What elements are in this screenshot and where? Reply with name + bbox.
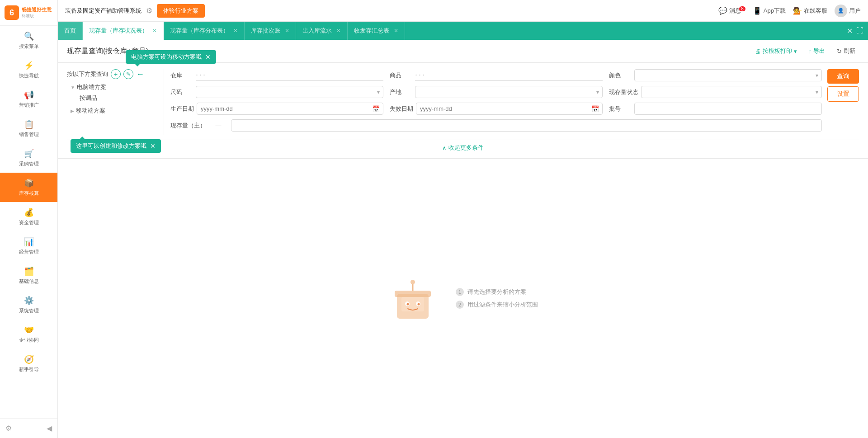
tab-batch-account[interactable]: 库存批次账 ✕ (245, 22, 296, 40)
sidebar-item-quick[interactable]: ⚡ 快捷导航 (0, 55, 57, 85)
sidebar-item-operation[interactable]: 📊 经营管理 (0, 231, 57, 261)
tab-home[interactable]: 首页 (58, 22, 83, 40)
empty-svg (388, 273, 438, 323)
set-button[interactable]: 设置 (827, 86, 859, 102)
svg-rect-2 (401, 297, 424, 311)
tab-batch-account-label: 库存批次账 (251, 27, 280, 35)
notification-badge: 8 (739, 6, 745, 11)
refresh-button[interactable]: ↻ 刷新 (833, 45, 859, 57)
tab-inventory-dist[interactable]: 现存量（库存分布表） ✕ (164, 22, 245, 40)
tooltip1-close[interactable]: ✕ (205, 53, 211, 61)
tab-in-out-flow-label: 出入库流水 (302, 27, 332, 35)
expiry-date-label: 失效日期 (390, 105, 413, 113)
production-date-input[interactable] (197, 103, 383, 115)
tab-batch-account-close[interactable]: ✕ (285, 28, 289, 34)
purchase-icon: 🛒 (24, 149, 34, 159)
refresh-icon: ↻ (837, 48, 842, 55)
user-action[interactable]: 👤 用户 (835, 5, 861, 17)
tab-in-out-flow[interactable]: 出入库流水 ✕ (296, 22, 348, 40)
logo-text: 畅捷通好生意 标准版 (22, 6, 52, 19)
tab-inventory-dist-label: 现存量（库存分布表） (170, 27, 229, 35)
sidebar-item-marketing[interactable]: 📢 营销推广 (0, 85, 57, 114)
origin-select[interactable] (415, 86, 603, 98)
logo-icon: 6 (5, 5, 19, 20)
color-select[interactable] (634, 69, 822, 81)
action-buttons: 查询 设置 (822, 69, 859, 102)
page-area: 现存量查询(按仓库+商品) 🖨 按模板打印 ▾ ↑ 导出 ↻ 刷新 (58, 40, 868, 438)
scheme-pc-group[interactable]: ▼ 电脑端方案 (69, 82, 157, 93)
sidebar-item-search[interactable]: 🔍 搜索菜单 (0, 26, 57, 55)
scheme-mobile-group[interactable]: ▶ 移动端方案 (69, 105, 157, 116)
tab-inventory-status[interactable]: 现存量（库存状况表） ✕ (83, 22, 164, 40)
stock-main-input[interactable] (231, 119, 822, 132)
print-button[interactable]: 🖨 按模板打印 ▾ (751, 45, 801, 57)
empty-illustration (388, 273, 438, 323)
online-support-action[interactable]: 💁 在线客服 (793, 6, 827, 15)
production-date-field: 生产日期 📅 (170, 103, 383, 115)
sidebar-item-sales[interactable]: 📋 销售管理 (0, 114, 57, 143)
notification-action[interactable]: 💬 消息 8 (718, 6, 745, 15)
stock-status-field: 现存量状态 (609, 86, 822, 98)
collapse-row: ∧ 收起更多条件 (67, 140, 859, 152)
header-left: 装备及固定资产辅助管理系统 ⚙ 体验行业方案 (65, 4, 205, 18)
filter-area: 按以下方案查询 + ✎ ← ▼ 电脑端方案 按调品 (58, 63, 868, 159)
stock-status-label: 现存量状态 (609, 88, 638, 96)
app-download-action[interactable]: 📱 App下载 (753, 6, 786, 15)
scheme-pc-item-1[interactable]: 按调品 (69, 93, 157, 104)
inventory-icon: 📦 (24, 178, 34, 188)
arrow-left-icon[interactable]: ← (136, 70, 144, 79)
top-header: 装备及固定资产辅助管理系统 ⚙ 体验行业方案 💬 消息 8 📱 App下载 💁 … (58, 0, 868, 22)
filter-fields-area: 仓库 ··· 商品 ··· (170, 69, 822, 135)
tooltip2-close[interactable]: ✕ (150, 142, 156, 150)
sidebar-item-system[interactable]: ⚙️ 系统管理 (0, 290, 57, 320)
production-date-label: 生产日期 (170, 105, 194, 113)
tab-bar-actions: ✕ ⛶ (842, 27, 868, 35)
tab-inventory-status-label: 现存量（库存状况表） (89, 27, 148, 35)
edit-scheme-button[interactable]: ✎ (123, 69, 133, 79)
expiry-date-input[interactable] (416, 103, 603, 115)
main-area: 装备及固定资产辅助管理系统 ⚙ 体验行业方案 💬 消息 8 📱 App下载 💁 … (58, 0, 868, 438)
page-actions: 🖨 按模板打印 ▾ ↑ 导出 ↻ 刷新 (751, 45, 859, 57)
header-settings-icon[interactable]: ⚙ (146, 6, 152, 15)
phone-icon: 📱 (753, 6, 762, 15)
add-scheme-button[interactable]: + (111, 69, 121, 79)
sidebar-item-corp[interactable]: 🤝 企业协同 (0, 320, 57, 349)
tab-fullscreen-icon[interactable]: ⛶ (856, 27, 863, 35)
svg-rect-1 (395, 291, 431, 297)
tab-collect-summary[interactable]: 收发存汇总表 ✕ (348, 22, 405, 40)
basic-icon: 🗂️ (24, 266, 34, 276)
batch-field: 批号 (609, 103, 822, 115)
tab-in-out-flow-close[interactable]: ✕ (336, 28, 341, 34)
stock-status-select[interactable] (641, 86, 822, 98)
sidebar-item-inventory[interactable]: 📦 库存核算 (0, 173, 57, 202)
goods-dots: ··· (415, 70, 603, 80)
query-button[interactable]: 查询 (827, 69, 859, 84)
tab-inventory-status-close[interactable]: ✕ (152, 28, 157, 34)
size-select[interactable] (196, 86, 383, 98)
size-field: 尺码 (170, 86, 383, 98)
collapse-button[interactable]: ∧ 收起更多条件 (442, 144, 484, 152)
empty-step1: 1 请先选择要分析的方案 (456, 288, 538, 296)
app-download-label: App下载 (764, 7, 786, 15)
header-right: 💬 消息 8 📱 App下载 💁 在线客服 👤 用户 (718, 5, 861, 17)
size-label: 尺码 (170, 88, 193, 96)
batch-input[interactable] (634, 103, 822, 115)
sidebar-collapse-icon[interactable]: ◀ (47, 424, 52, 433)
print-dropdown-icon: ▾ (794, 48, 797, 55)
tab-inventory-dist-close[interactable]: ✕ (233, 28, 238, 34)
sidebar-item-basic[interactable]: 🗂️ 基础信息 (0, 261, 57, 290)
tab-close-all-icon[interactable]: ✕ (847, 27, 853, 35)
tab-collect-summary-close[interactable]: ✕ (394, 28, 398, 34)
finance-icon: 💰 (24, 207, 34, 217)
trial-button[interactable]: 体验行业方案 (157, 4, 205, 18)
sidebar-item-finance[interactable]: 💰 资金管理 (0, 202, 57, 231)
sidebar-item-guide[interactable]: 🧭 新手引导 (0, 349, 57, 378)
sidebar-item-purchase[interactable]: 🛒 采购管理 (0, 143, 57, 173)
export-button[interactable]: ↑ 导出 (805, 45, 829, 57)
marketing-icon: 📢 (24, 90, 34, 100)
sidebar-settings-icon[interactable]: ⚙ (5, 424, 12, 433)
filter-divider (164, 69, 164, 135)
print-icon: 🖨 (755, 48, 761, 55)
filter-label: 按以下方案查询 (67, 70, 108, 78)
step1-number: 1 (456, 288, 464, 296)
